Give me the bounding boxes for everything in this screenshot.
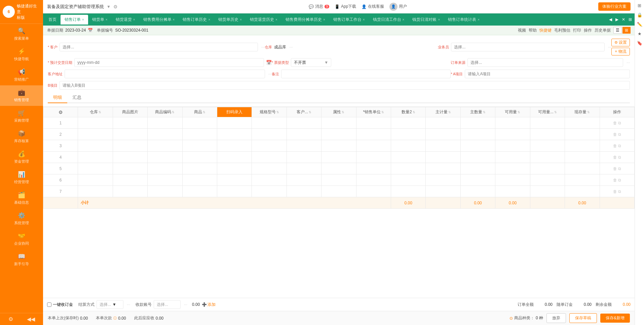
cell-5-attr[interactable]: [321, 163, 356, 174]
nav-tab-8[interactable]: 销售费用分摊单历史×: [281, 15, 329, 25]
cell-1-main_uom[interactable]: [426, 117, 460, 129]
calendar-icon[interactable]: 📅: [88, 28, 93, 33]
cell-1-avail2[interactable]: [530, 117, 565, 129]
cell-1-main_qty[interactable]: [460, 117, 495, 129]
address-more-icon[interactable]: ···: [268, 72, 272, 76]
cell-6-unit[interactable]: [356, 174, 391, 186]
cell-3-code[interactable]: [148, 140, 182, 152]
cell-6-main_uom[interactable]: [426, 174, 460, 186]
tab-close-6[interactable]: ×: [240, 18, 242, 22]
sort-icon-code[interactable]: ⇅: [172, 111, 175, 114]
cell-4-image[interactable]: [113, 152, 147, 163]
copy-row-2-icon[interactable]: ⧉: [618, 132, 621, 137]
cell-4-stock[interactable]: [565, 152, 600, 163]
cell-7-code[interactable]: [148, 186, 182, 197]
cell-7-warehouse[interactable]: [78, 186, 113, 197]
cell-5-code[interactable]: [148, 163, 182, 174]
cell-4-main_uom[interactable]: [426, 152, 460, 163]
cell-5-image[interactable]: [113, 163, 147, 174]
cell-3-image[interactable]: [113, 140, 147, 152]
cell-3-name[interactable]: [182, 140, 217, 152]
cell-1-code[interactable]: [148, 117, 182, 129]
cell-2-stock[interactable]: [565, 129, 600, 140]
sidebar-item-purchase[interactable]: 🛒采购管理: [0, 106, 43, 126]
cell-5-main_uom[interactable]: [426, 163, 460, 174]
cell-3-main_uom[interactable]: [426, 140, 460, 152]
copy-row-4-icon[interactable]: ⧉: [618, 155, 621, 160]
copy-row-6-icon[interactable]: ⧉: [618, 178, 621, 182]
sidebar-item-enterprise[interactable]: 🤝企业协同: [0, 229, 43, 249]
warehouse-more-icon[interactable]: ···: [290, 45, 293, 49]
cell-5-scan[interactable]: [217, 163, 252, 174]
cell-1-qty2[interactable]: [391, 117, 426, 129]
cell-4-scan[interactable]: [217, 152, 252, 163]
staff-more-icon[interactable]: ···: [608, 45, 611, 49]
sort-icon-main_uom[interactable]: ⇅: [448, 111, 451, 114]
tab-close-7[interactable]: ×: [275, 18, 277, 22]
online-service-btn[interactable]: 👤 在线客服: [362, 4, 384, 9]
sidebar-item-inventory[interactable]: 📦库存核算: [0, 126, 43, 147]
tab-close-5[interactable]: ×: [208, 18, 210, 22]
cell-4-unit[interactable]: [356, 152, 391, 163]
th-scan[interactable]: 扫码录入: [217, 107, 252, 117]
cell-1-unit[interactable]: [356, 117, 391, 129]
cell-4-spec[interactable]: [252, 152, 287, 163]
sidebar-item-operations[interactable]: 📊经营管理: [0, 167, 43, 188]
cell-3-attr[interactable]: [321, 140, 356, 152]
cell-7-avail2[interactable]: [530, 186, 565, 197]
sort-icon-spec[interactable]: ⇅: [276, 111, 279, 114]
sort-icon-avail[interactable]: ⇅: [518, 111, 520, 114]
cell-7-cust_code[interactable]: [287, 186, 321, 197]
tab-close-9[interactable]: ×: [363, 18, 365, 22]
cell-3-warehouse[interactable]: [78, 140, 113, 152]
cell-1-spec[interactable]: [252, 117, 287, 129]
cell-3-avail2[interactable]: [530, 140, 565, 152]
sort-icon-attr[interactable]: ⇅: [342, 111, 344, 114]
detail-tab-0[interactable]: 明细: [48, 92, 67, 103]
add-logistics-btn[interactable]: + 物流: [611, 48, 630, 55]
cell-2-scan[interactable]: [217, 129, 252, 140]
cell-1-avail[interactable]: [495, 117, 530, 129]
cell-7-name[interactable]: [182, 186, 217, 197]
cell-7-avail[interactable]: [495, 186, 530, 197]
cell-2-avail[interactable]: [495, 129, 530, 140]
discard-btn[interactable]: 放弃: [546, 313, 566, 323]
nav-tab-6[interactable]: 销货单历史×: [214, 15, 246, 25]
cell-3-unit[interactable]: [356, 140, 391, 152]
nav-tab-5[interactable]: 销售订单历史×: [179, 15, 214, 25]
nav-tab-7[interactable]: 销货退货历史×: [246, 15, 281, 25]
cell-2-unit[interactable]: [356, 129, 391, 140]
nav-tab-9[interactable]: 销售订单工作台×: [329, 15, 369, 25]
cell-7-unit[interactable]: [356, 186, 391, 197]
tab-close-1[interactable]: ×: [82, 18, 84, 22]
cell-2-name[interactable]: [182, 129, 217, 140]
toolbar-action-help[interactable]: 帮助: [529, 28, 537, 33]
date-value[interactable]: 2023-03-24: [65, 28, 86, 33]
cell-6-warehouse[interactable]: [78, 174, 113, 186]
cell-6-stock[interactable]: [565, 174, 600, 186]
tab-close-11[interactable]: ×: [438, 18, 440, 22]
sort-icon-cust_code[interactable]: ⇅: [309, 111, 311, 114]
cell-3-main_qty[interactable]: [460, 140, 495, 152]
toolbar-action-view[interactable]: 视频: [518, 28, 526, 33]
sidebar-item-base[interactable]: 🗂️基础信息: [0, 188, 43, 208]
payment-more-icon[interactable]: ···: [127, 302, 130, 307]
nav-tab-2[interactable]: 销货单×: [88, 15, 112, 25]
sort-icon-warehouse[interactable]: ⇅: [99, 111, 101, 114]
cell-2-avail2[interactable]: [530, 129, 565, 140]
cell-6-main_qty[interactable]: [460, 174, 495, 186]
sort-icon-qty2[interactable]: ⇅: [413, 111, 415, 114]
delete-row-2-icon[interactable]: 🗑: [613, 132, 617, 137]
sort-icon-stock[interactable]: ⇅: [587, 111, 590, 114]
cell-3-scan[interactable]: [217, 140, 252, 152]
nav-arrow-2[interactable]: ✕: [620, 16, 627, 23]
payment-select[interactable]: 选择... ▼: [97, 300, 123, 309]
nav-tab-1[interactable]: 销售订单×: [61, 15, 88, 25]
cell-3-avail[interactable]: [495, 140, 530, 152]
cell-5-cust_code[interactable]: [287, 163, 321, 174]
sidebar-item-search[interactable]: 🔍搜索菜单: [0, 24, 43, 44]
lock-icon[interactable]: 🔒: [636, 11, 644, 19]
nav-tab-11[interactable]: 钱货日清对账×: [408, 15, 444, 25]
cell-6-avail[interactable]: [495, 174, 530, 186]
list-view-btn[interactable]: ☰: [613, 27, 622, 34]
